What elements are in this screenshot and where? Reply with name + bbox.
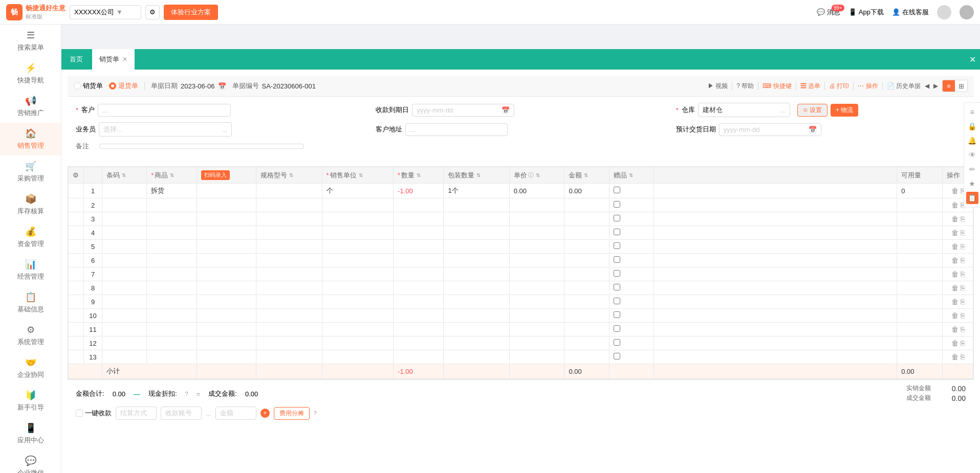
row-unit[interactable] bbox=[322, 350, 394, 364]
row-pack-qty[interactable] bbox=[444, 295, 509, 309]
row-amount[interactable] bbox=[564, 198, 609, 212]
row-barcode[interactable] bbox=[102, 267, 147, 281]
delete-row-icon[interactable]: 🗑 bbox=[951, 270, 959, 278]
sidebar-item-wechat[interactable]: 💬 企业微信 bbox=[0, 450, 61, 473]
one-click-payment-checkbox[interactable]: 一键收款 bbox=[76, 409, 112, 418]
row-gift[interactable] bbox=[609, 240, 654, 254]
sidebar-item-base-info[interactable]: 📋 基础信息 bbox=[0, 286, 61, 319]
delete-row-icon[interactable]: 🗑 bbox=[951, 298, 959, 306]
row-product[interactable] bbox=[147, 336, 197, 350]
row-barcode[interactable] bbox=[102, 309, 147, 323]
row-unit-price[interactable] bbox=[509, 323, 564, 336]
delete-row-icon[interactable]: 🗑 bbox=[951, 339, 959, 347]
tab-close-icon[interactable]: ✕ bbox=[122, 56, 127, 63]
date-calendar-icon[interactable]: 📅 bbox=[218, 82, 226, 90]
row-gift[interactable] bbox=[609, 350, 654, 364]
row-unit[interactable] bbox=[322, 295, 394, 309]
settlement-method-select[interactable]: 结算方式 bbox=[116, 407, 157, 420]
expense-split-button[interactable]: 费用分摊 bbox=[274, 407, 310, 420]
row-qty[interactable] bbox=[394, 281, 444, 295]
row-unit[interactable] bbox=[322, 212, 394, 226]
row-unit-price[interactable] bbox=[509, 254, 564, 267]
row-spec[interactable] bbox=[256, 281, 322, 295]
right-tool-lock[interactable]: 🔒 bbox=[966, 120, 978, 132]
video-btn[interactable]: ▶ 视频 bbox=[708, 82, 728, 91]
row-barcode[interactable] bbox=[102, 336, 147, 350]
row-product[interactable] bbox=[147, 240, 197, 254]
copy-row-icon[interactable]: ⎘ bbox=[961, 325, 965, 333]
delete-row-icon[interactable]: 🗑 bbox=[951, 256, 959, 264]
row-amount[interactable] bbox=[564, 295, 609, 309]
warehouse-input[interactable]: 建材仓 ... bbox=[698, 103, 790, 117]
delete-row-icon[interactable]: 🗑 bbox=[951, 325, 959, 333]
sidebar-item-search-order[interactable]: ☰ 搜索菜单 bbox=[0, 25, 61, 57]
row-unit-price[interactable]: 0.00 bbox=[509, 184, 564, 198]
row-qty[interactable]: -1.00 bbox=[394, 184, 444, 198]
row-pack-qty[interactable] bbox=[444, 254, 509, 267]
row-product[interactable]: 拆货 bbox=[147, 184, 197, 198]
row-amount[interactable] bbox=[564, 267, 609, 281]
row-spec[interactable] bbox=[256, 184, 322, 198]
delete-row-icon[interactable]: 🗑 bbox=[951, 187, 959, 195]
row-spec[interactable] bbox=[256, 254, 322, 267]
gift-checkbox[interactable] bbox=[614, 242, 620, 249]
grid-view-btn[interactable]: ⊞ bbox=[955, 80, 967, 92]
sidebar-item-finance[interactable]: 💰 资金管理 bbox=[0, 221, 61, 254]
copy-row-icon[interactable]: ⎘ bbox=[961, 256, 965, 264]
prev-btn[interactable]: ◀ bbox=[925, 82, 929, 89]
row-unit-price[interactable] bbox=[509, 350, 564, 364]
row-gift[interactable] bbox=[609, 254, 654, 267]
collection-calendar-icon[interactable]: 📅 bbox=[502, 106, 510, 114]
row-spec[interactable] bbox=[256, 267, 322, 281]
row-qty[interactable] bbox=[394, 267, 444, 281]
row-amount[interactable] bbox=[564, 336, 609, 350]
row-unit-price[interactable] bbox=[509, 212, 564, 226]
right-tool-edit[interactable]: ✏ bbox=[966, 163, 978, 175]
col-header-settings[interactable]: ⚙ bbox=[69, 167, 84, 184]
row-barcode[interactable] bbox=[102, 295, 147, 309]
sidebar-item-sales[interactable]: 🏠 销售管理 bbox=[0, 123, 61, 155]
row-amount[interactable] bbox=[564, 309, 609, 323]
row-qty[interactable] bbox=[394, 198, 444, 212]
row-gift[interactable] bbox=[609, 198, 654, 212]
delete-row-icon[interactable]: 🗑 bbox=[951, 284, 959, 292]
row-unit[interactable] bbox=[322, 226, 394, 240]
copy-row-icon[interactable]: ⎘ bbox=[961, 215, 965, 223]
shortcut-btn[interactable]: ⌨ 快捷键 bbox=[763, 82, 791, 91]
row-unit[interactable]: 个 bbox=[322, 184, 394, 198]
discount-help-icon[interactable]: ? bbox=[185, 391, 188, 397]
scan-button[interactable]: 扫码录入 bbox=[201, 170, 230, 180]
right-tool-eye[interactable]: 👁 bbox=[966, 149, 978, 161]
row-product[interactable] bbox=[147, 323, 197, 336]
sidebar-item-app-center[interactable]: 📱 应用中心 bbox=[0, 417, 61, 450]
sidebar-item-inventory[interactable]: 📦 库存核算 bbox=[0, 188, 61, 221]
sidebar-item-enterprise[interactable]: 🤝 企业协同 bbox=[0, 352, 61, 385]
copy-row-icon[interactable]: ⎘ bbox=[961, 229, 965, 237]
row-product[interactable] bbox=[147, 295, 197, 309]
row-gift[interactable] bbox=[609, 184, 654, 198]
print-btn[interactable]: 🖨 打印 bbox=[829, 82, 849, 91]
row-unit[interactable] bbox=[322, 254, 394, 267]
sidebar-item-operations[interactable]: 📊 经营管理 bbox=[0, 254, 61, 286]
gift-checkbox[interactable] bbox=[614, 339, 620, 346]
delete-row-icon[interactable]: 🗑 bbox=[951, 229, 959, 237]
right-tool-orange[interactable]: 📋 bbox=[966, 192, 978, 204]
avatar-2[interactable] bbox=[960, 5, 974, 19]
settings-form-btn[interactable]: ⊙ 设置 bbox=[797, 104, 827, 117]
add-payment-button[interactable]: + bbox=[260, 409, 270, 418]
account-select[interactable]: 收款账号 bbox=[161, 407, 202, 420]
row-amount[interactable] bbox=[564, 350, 609, 364]
right-tool-bell[interactable]: 🔔 bbox=[966, 134, 978, 147]
salesperson-input[interactable]: 选择... ... bbox=[99, 122, 232, 137]
row-unit[interactable] bbox=[322, 309, 394, 323]
row-unit[interactable] bbox=[322, 281, 394, 295]
row-gift[interactable] bbox=[609, 281, 654, 295]
gift-checkbox[interactable] bbox=[614, 256, 620, 263]
copy-row-icon[interactable]: ⎘ bbox=[961, 284, 965, 292]
copy-row-icon[interactable]: ⎘ bbox=[961, 270, 965, 278]
row-qty[interactable] bbox=[394, 212, 444, 226]
gift-checkbox[interactable] bbox=[614, 284, 620, 290]
copy-row-icon[interactable]: ⎘ bbox=[961, 311, 965, 320]
sidebar-item-purchase[interactable]: 🛒 采购管理 bbox=[0, 155, 61, 188]
row-gift[interactable] bbox=[609, 212, 654, 226]
